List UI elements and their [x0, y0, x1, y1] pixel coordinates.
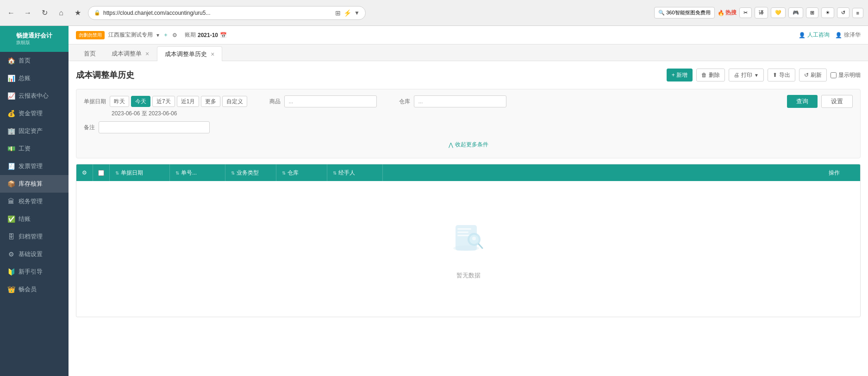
sidebar-item-settings[interactable]: ⚙基础设置 [0, 245, 69, 263]
dropdown-icon[interactable]: ▾ [156, 32, 159, 38]
translate-btn[interactable]: 译 [755, 7, 768, 19]
column-handler[interactable]: ⇅ 经手人 [327, 164, 383, 181]
column-warehouse[interactable]: ⇅ 仓库 [276, 164, 327, 181]
filter-row-1: 单据日期 昨天今天近7天近1月更多自定义 商品 ... 仓库 [84, 95, 853, 108]
menu-label-invoice: 发票管理 [19, 162, 43, 170]
coin-btn[interactable]: 💛 [771, 7, 786, 18]
reload-button[interactable]: ↻ [38, 6, 51, 19]
sidebar-item-member[interactable]: 👑畅会员 [0, 281, 69, 298]
sort-icon-date: ⇅ [115, 170, 119, 175]
chevron-up-icon: ⋀ [449, 142, 453, 148]
menu-label-inventory: 库存核算 [19, 180, 43, 188]
sidebar-item-tax[interactable]: 🏛税务管理 [0, 193, 69, 210]
undo-btn[interactable]: ↺ [837, 7, 849, 18]
user-service[interactable]: 👤 人工咨询 [799, 31, 830, 39]
menu-icon-member: 👑 [7, 286, 15, 293]
sidebar-item-closing[interactable]: ✅结账 [0, 210, 69, 228]
address-bar[interactable]: 🔒 https://cloud.chanjet.com/accounting/u… [88, 6, 366, 20]
browser-chrome: ← → ↻ ⌂ ★ 🔒 https://cloud.chanjet.com/ac… [0, 0, 868, 26]
product-select[interactable]: ... [284, 95, 377, 107]
date-btn-今天[interactable]: 今天 [131, 96, 150, 107]
sidebar-item-report[interactable]: 📈云报表中心 [0, 87, 69, 105]
menu-icon-report: 📈 [7, 92, 15, 100]
menu-label-home: 首页 [19, 56, 31, 65]
date-btn-自定义[interactable]: 自定义 [222, 96, 247, 107]
menu-label-closing: 结账 [19, 215, 31, 223]
date-btn-更多[interactable]: 更多 [201, 96, 220, 107]
sidebar-item-ledger[interactable]: 📊总账 [0, 69, 69, 87]
page-content: 成本调整单历史 + 新增 🗑 删除 🖨 打印 ▼ [69, 61, 868, 376]
tab-close-tab-cost-adjust[interactable]: × [145, 50, 149, 57]
column-gear[interactable]: ⚙ [76, 164, 93, 181]
browser-dropdown-icon[interactable]: ▼ [354, 10, 360, 16]
sidebar-item-invoice[interactable]: 🧾发票管理 [0, 157, 69, 175]
refresh-btn[interactable]: ↺ 刷新 [799, 69, 827, 81]
search-tool-btn[interactable]: 🔍 360智能抠图免费用 [654, 7, 714, 19]
gear-icon: ⚙ [82, 169, 87, 176]
new-btn[interactable]: + 新增 [667, 69, 693, 81]
print-dropdown-icon[interactable]: ▼ [754, 73, 759, 78]
more-btn[interactable]: ≡ [852, 8, 863, 18]
warehouse-select[interactable]: ... [414, 95, 506, 107]
settings-icon[interactable]: ⚙ [172, 32, 177, 38]
column-check[interactable] [93, 164, 110, 181]
delete-btn[interactable]: 🗑 删除 [696, 69, 725, 81]
show-detail-input[interactable] [831, 72, 837, 78]
menu-icon-archive: 🗄 [7, 233, 15, 240]
game-btn[interactable]: 🎮 [788, 7, 803, 18]
account-info: 勿删勿禁用 江西服宝测试专用 ▾ ＋ ⚙ [76, 31, 177, 39]
show-detail-checkbox[interactable]: 显示明细 [831, 71, 861, 79]
menu-icon-tax: 🏛 [7, 198, 15, 205]
forward-button[interactable]: → [21, 6, 34, 19]
calendar-icon[interactable]: 📅 [220, 32, 227, 38]
sidebar-item-home[interactable]: 🏠首页 [0, 52, 69, 69]
sidebar-item-archive[interactable]: 🗄归档管理 [0, 228, 69, 245]
tab-label-tab-cost-adjust: 成本调整单 [112, 50, 142, 58]
nav-tab-tab-home[interactable]: 首页 [76, 46, 104, 61]
date-btn-近7天[interactable]: 近7天 [152, 96, 175, 107]
add-icon[interactable]: ＋ [163, 31, 169, 39]
sidebar-item-finance[interactable]: 💰资金管理 [0, 105, 69, 122]
menu-icon-closing: ✅ [7, 215, 15, 223]
filter-area: 单据日期 昨天今天近7天近1月更多自定义 商品 ... 仓库 [76, 89, 861, 158]
export-btn[interactable]: ⬆ 导出 [768, 69, 795, 81]
sidebar-menu: 🏠首页📊总账📈云报表中心💰资金管理🏢固定资产💵工资🧾发票管理📦库存核算🏛税务管理… [0, 52, 69, 376]
settings-btn[interactable]: 设置 [821, 95, 853, 108]
date-btn-近1月[interactable]: 近1月 [177, 96, 200, 107]
bookmark-button[interactable]: ★ [71, 6, 84, 19]
address-url: https://cloud.chanjet.com/accounting/uru… [103, 10, 210, 16]
nav-tab-tab-cost-adjust[interactable]: 成本调整单× [104, 46, 157, 61]
sort-icon-biz: ⇅ [231, 170, 235, 175]
period-info: 账期 2021-10 📅 [185, 31, 227, 39]
period-label: 账期 [185, 31, 196, 39]
page-title: 成本调整单历史 [76, 69, 134, 81]
menu-icon-fixed-assets: 🏢 [7, 127, 15, 135]
brightness-btn[interactable]: ☀ [821, 7, 834, 18]
collapse-btn[interactable]: ⋀ 收起更多条件 [449, 141, 488, 149]
browser-apps-icon: ⊞ [335, 9, 341, 17]
home-button[interactable]: ⌂ [55, 6, 68, 19]
back-button[interactable]: ← [5, 6, 18, 19]
sidebar-item-fixed-assets[interactable]: 🏢固定资产 [0, 122, 69, 140]
sidebar-item-guide[interactable]: 🔰新手引导 [0, 263, 69, 281]
grid-btn[interactable]: ⊞ [806, 7, 818, 18]
svg-rect-3 [457, 232, 468, 233]
sidebar-item-inventory[interactable]: 📦库存核算 [0, 175, 69, 193]
print-btn-group: 🖨 打印 ▼ [729, 69, 764, 81]
sidebar-item-payroll[interactable]: 💵工资 [0, 140, 69, 157]
note-input[interactable] [99, 121, 210, 133]
query-btn[interactable]: 查询 [787, 95, 818, 108]
column-biz-type[interactable]: ⇅ 业务类型 [225, 164, 276, 181]
tab-close-tab-cost-adjust-history[interactable]: × [211, 51, 214, 57]
select-all-checkbox[interactable] [98, 170, 104, 176]
print-btn[interactable]: 🖨 打印 ▼ [729, 69, 764, 81]
scissors-btn[interactable]: ✂ [739, 7, 752, 18]
nav-tab-tab-cost-adjust-history[interactable]: 成本调整单历史× [157, 46, 222, 61]
date-range-text: 2023-06-06 至 2023-06-06 [112, 110, 177, 117]
menu-label-guide: 新手引导 [19, 268, 43, 276]
column-bill[interactable]: ⇅ 单号... [170, 164, 225, 181]
logo-text: 畅捷通好会计 [16, 32, 52, 39]
column-date[interactable]: ⇅ 单据日期 [110, 164, 170, 181]
menu-label-settings: 基础设置 [19, 250, 43, 258]
date-btn-昨天[interactable]: 昨天 [110, 96, 129, 107]
